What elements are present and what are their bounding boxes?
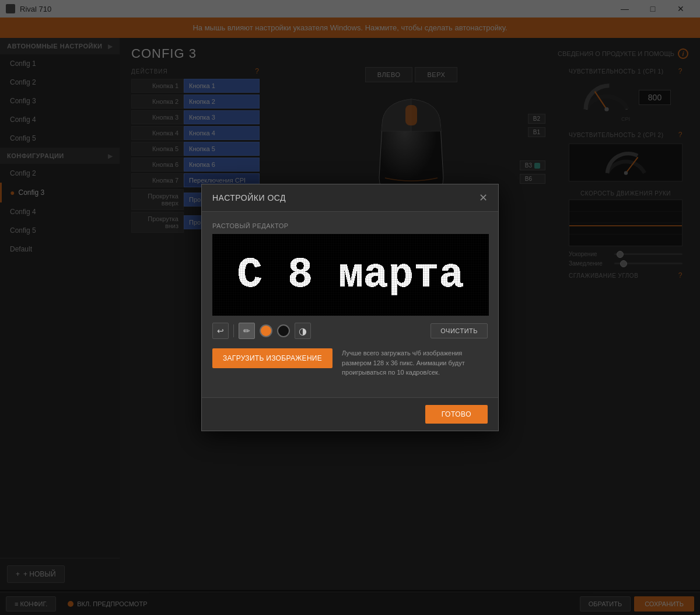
toolbar-divider [233,324,234,337]
clear-button[interactable]: ОЧИСТИТЬ [430,323,488,338]
modal-body: РАСТОВЫЙ РЕДАКТОР ↩ ✏ ◑ ОЧИСТИТЬ ЗАГРУЗ [202,212,498,397]
bitmap-canvas[interactable] [212,234,489,316]
raster-label: РАСТОВЫЙ РЕДАКТОР [212,222,488,229]
modal-header: НАСТРОЙКИ ОСД ✕ [202,184,498,212]
modal-title: НАСТРОЙКИ ОСД [212,193,286,202]
pencil-tool[interactable]: ✏ [239,323,255,339]
osd-modal: НАСТРОЙКИ ОСД ✕ РАСТОВЫЙ РЕДАКТОР ↩ ✏ ◑ … [201,184,499,431]
canvas-toolbar: ↩ ✏ ◑ ОЧИСТИТЬ [212,323,488,339]
modal-close-button[interactable]: ✕ [479,193,488,203]
black-color-swatch[interactable] [277,324,290,337]
pencil-icon: ✏ [243,326,250,336]
done-button[interactable]: ГОТОВО [425,405,488,424]
orange-color-swatch[interactable] [260,324,272,337]
undo-tool[interactable]: ↩ [212,323,229,339]
modal-footer: ГОТОВО [202,397,498,431]
pixel-canvas[interactable] [212,234,489,316]
contrast-tool[interactable]: ◑ [295,323,311,339]
upload-section: ЗАГРУЗИТЬ ИЗОБРАЖЕНИЕ Лучше всего загруж… [212,348,488,378]
upload-button[interactable]: ЗАГРУЗИТЬ ИЗОБРАЖЕНИЕ [212,348,332,368]
upload-hint: Лучше всего загружать ч/б изображения ра… [342,348,488,378]
modal-overlay[interactable]: НАСТРОЙКИ ОСД ✕ РАСТОВЫЙ РЕДАКТОР ↩ ✏ ◑ … [0,0,700,615]
